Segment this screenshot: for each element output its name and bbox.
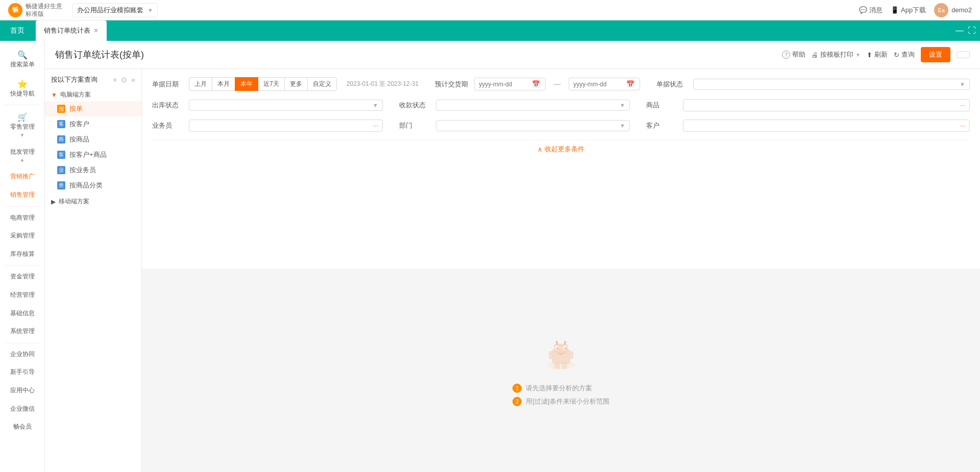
search-icon: 🔍 xyxy=(17,50,28,60)
customer-input[interactable]: ··· xyxy=(683,120,970,132)
sidebar-search-label: 搜索菜单 xyxy=(10,61,35,69)
product-input[interactable]: ··· xyxy=(683,99,970,111)
window-minimize-btn[interactable]: — xyxy=(955,26,964,35)
sidebar: 🔍 搜索菜单 ⭐ 快捷导航 🛒 零售管理 ▼ 批发管理 ▲ 营销推广 销售管理 … xyxy=(0,41,45,472)
sidebar-item-quick-nav[interactable]: ⭐ 快捷导航 xyxy=(0,74,44,103)
sidebar-item-sales[interactable]: 销售管理 xyxy=(0,186,44,204)
sidebar-new-guide-label: 新手引导 xyxy=(10,368,35,376)
salesperson-input[interactable]: ··· xyxy=(189,120,383,132)
scheme-item-by-customer-product[interactable]: 客 按客户+商品 xyxy=(45,147,141,162)
sidebar-item-retail[interactable]: 🛒 零售管理 ▼ xyxy=(0,107,44,143)
user-area[interactable]: Ea demo2 xyxy=(934,3,972,17)
sidebar-item-search[interactable]: 🔍 搜索菜单 xyxy=(0,45,44,74)
user-name: demo2 xyxy=(951,6,972,14)
sidebar-item-marketing[interactable]: 营销推广 xyxy=(0,168,44,186)
app-download-btn[interactable]: 📱 App下载 xyxy=(891,6,926,15)
expected-delivery-from[interactable]: 📅 xyxy=(474,78,546,90)
sidebar-item-member[interactable]: 畅会员 xyxy=(0,418,44,436)
date-btn-more[interactable]: 更多 xyxy=(284,77,308,91)
scheme-item-by-order[interactable]: 按 按单 xyxy=(45,101,141,116)
scheme-item-by-category[interactable]: 类 按商品分类 xyxy=(45,178,141,193)
expected-delivery-to[interactable]: 📅 xyxy=(569,78,640,90)
workspace-selector[interactable]: 办公用品行业模拟账套 ▼ xyxy=(72,3,158,17)
scheme-item-label-by-order: 按单 xyxy=(69,104,83,113)
scheme-section-mobile[interactable]: ▶ 移动端方案 xyxy=(45,195,141,208)
salesperson-more-btn[interactable]: ··· xyxy=(373,122,378,129)
tab-sales-order-stats[interactable]: 销售订单统计表 ✕ xyxy=(36,20,107,41)
payment-status-select[interactable]: ▼ xyxy=(436,100,630,111)
sidebar-item-app-center[interactable]: 应用中心 xyxy=(0,382,44,400)
scheme-section-pc[interactable]: ▼ 电脑端方案 xyxy=(45,88,141,101)
scheme-item-by-customer[interactable]: 客 按客户 xyxy=(45,116,141,132)
date-btn-this-month[interactable]: 本月 xyxy=(212,77,235,91)
sidebar-item-inventory[interactable]: 库存核算 xyxy=(0,245,44,264)
expected-delivery-to-input[interactable] xyxy=(573,81,624,88)
tab-close-btn[interactable]: ✕ xyxy=(93,27,99,34)
sidebar-item-new-guide[interactable]: 新手引导 xyxy=(0,363,44,382)
refresh-btn[interactable]: ↻ 查询 xyxy=(894,50,915,59)
window-maximize-btn[interactable]: ⛶ xyxy=(968,26,976,35)
scheme-item-icon-by-salesperson: 业 xyxy=(57,166,65,174)
page-header: 销售订单统计表(按单) ? 帮助 🖨 按模板打印 ▼ ⬆ 刷新 ↻ 查询 xyxy=(45,41,980,69)
collapse-label: 收起更多条件 xyxy=(545,145,584,154)
date-btn-custom[interactable]: 自定义 xyxy=(307,77,337,91)
refresh-label: 查询 xyxy=(901,50,915,59)
collapse-conditions-btn[interactable]: ∧ 收起更多条件 xyxy=(537,145,584,154)
filter-panel: 按以下方案查询 + ⊙ « ▼ 电脑端方案 按 按单 xyxy=(45,69,980,472)
help-label: 帮助 xyxy=(792,50,805,59)
settings-btn[interactable] xyxy=(957,51,970,58)
scheme-item-label-by-salesperson: 按业务员 xyxy=(69,166,96,175)
svg-rect-9 xyxy=(549,351,553,359)
svg-point-6 xyxy=(565,347,567,349)
export-btn[interactable]: ⬆ 刷新 xyxy=(867,50,888,59)
top-bar-right: 💬 消息 📱 App下载 Ea demo2 xyxy=(859,3,972,17)
sidebar-item-corp-wechat[interactable]: 企业微信 xyxy=(0,400,44,418)
sidebar-item-corp-agreement[interactable]: 企业协同 xyxy=(0,345,44,364)
scheme-section-arrow: ▼ xyxy=(51,91,57,99)
scheme-edit-btn[interactable]: ⊙ xyxy=(121,76,127,84)
scheme-item-by-salesperson[interactable]: 业 按业务员 xyxy=(45,162,141,178)
scheme-panel: 按以下方案查询 + ⊙ « ▼ 电脑端方案 按 按单 xyxy=(45,69,142,472)
sidebar-divider-2 xyxy=(5,206,40,207)
scheme-add-btn[interactable]: + xyxy=(113,76,117,84)
sidebar-item-basic-info[interactable]: 基础信息 xyxy=(0,304,44,323)
tip-2-text: 用[过滤]条件来缩小分析范围 xyxy=(526,397,609,406)
sidebar-item-wholesale[interactable]: 批发管理 ▲ xyxy=(0,143,44,168)
expected-delivery-from-input[interactable] xyxy=(479,81,530,88)
sidebar-item-ecommerce[interactable]: 电商管理 xyxy=(0,209,44,227)
customer-more-btn[interactable]: ··· xyxy=(960,122,965,129)
sidebar-operations-label: 经营管理 xyxy=(10,291,35,299)
product-more-btn[interactable]: ··· xyxy=(960,102,965,109)
top-bar: 畅 畅捷通好生意 标准版 办公用品行业模拟账套 ▼ 💬 消息 📱 App下载 E… xyxy=(0,0,980,20)
sidebar-inventory-label: 库存核算 xyxy=(10,250,35,258)
message-btn[interactable]: 💬 消息 xyxy=(859,6,883,15)
department-select[interactable]: ▼ xyxy=(436,120,630,131)
scheme-collapse-btn[interactable]: « xyxy=(131,76,135,84)
delivery-status-select[interactable]: ▼ xyxy=(189,100,383,111)
template-print-btn[interactable]: 🖨 按模板打印 ▼ xyxy=(812,50,861,59)
scheme-item-icon-by-product: 商 xyxy=(57,135,65,144)
delivery-status-arrow: ▼ xyxy=(373,102,378,108)
query-btn-label: 设置 xyxy=(929,50,942,59)
sidebar-item-sys-mgmt[interactable]: 系统管理 xyxy=(0,322,44,341)
logo-area: 畅 畅捷通好生意 标准版 xyxy=(8,3,62,17)
tab-home[interactable]: 首页 xyxy=(0,20,35,41)
date-btn-last-month[interactable]: 上月 xyxy=(189,77,212,91)
content-area: 销售订单统计表(按单) ? 帮助 🖨 按模板打印 ▼ ⬆ 刷新 ↻ 查询 xyxy=(45,41,980,472)
sidebar-marketing-label: 营销推广 xyxy=(10,173,35,181)
sidebar-item-operations[interactable]: 经营管理 xyxy=(0,286,44,304)
query-btn[interactable]: 设置 xyxy=(921,47,950,62)
sidebar-item-purchase[interactable]: 采购管理 xyxy=(0,227,44,245)
sidebar-item-finance[interactable]: 资金管理 xyxy=(0,268,44,286)
bill-status-arrow: ▼ xyxy=(960,81,965,87)
date-btn-this-year[interactable]: 本年 xyxy=(235,77,258,91)
scheme-panel-title: 按以下方案查询 xyxy=(51,75,97,84)
date-btn-last-7d[interactable]: 近7天 xyxy=(258,77,285,91)
filter-area: 单据日期 上月 本月 本年 近7天 更多 自定义 2023-01-01 至 20… xyxy=(142,69,980,269)
bill-date-label: 单据日期 xyxy=(152,80,183,89)
help-btn[interactable]: ? 帮助 xyxy=(782,50,805,59)
message-label: 消息 xyxy=(869,6,883,15)
page-header-actions: ? 帮助 🖨 按模板打印 ▼ ⬆ 刷新 ↻ 查询 设置 xyxy=(782,47,970,68)
scheme-item-by-product[interactable]: 商 按商品 xyxy=(45,132,141,147)
bill-status-select[interactable]: ▼ xyxy=(693,79,970,90)
